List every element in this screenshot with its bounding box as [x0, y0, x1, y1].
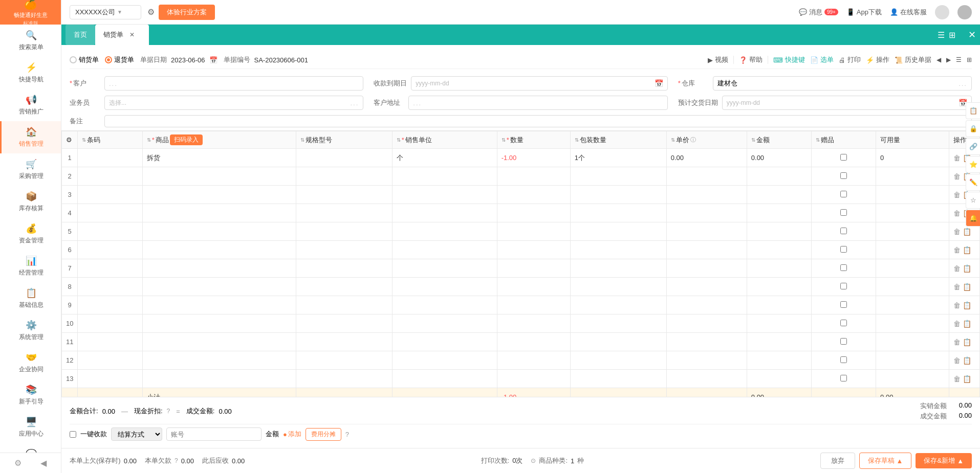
company-selector[interactable]: XXXXXX公司 ▼: [70, 5, 141, 19]
row-unit-price[interactable]: 0.00: [666, 149, 747, 167]
row-amount[interactable]: [747, 278, 811, 296]
template-btn[interactable]: 📄 选单: [810, 55, 834, 64]
row-amount[interactable]: 0.00: [747, 149, 811, 167]
row-pkg-qty[interactable]: [570, 296, 666, 314]
expected-delivery-input[interactable]: yyyy-mm-dd 📅: [722, 96, 972, 110]
save-new-btn[interactable]: 保存&新增 ▲: [916, 453, 972, 468]
row-product[interactable]: [142, 259, 296, 278]
gift-checkbox[interactable]: [840, 172, 847, 179]
row-spec[interactable]: [296, 167, 392, 186]
row-product[interactable]: [142, 314, 296, 333]
row-unit[interactable]: [392, 204, 497, 222]
copy-icon[interactable]: 📋: [963, 338, 971, 346]
row-pkg-qty[interactable]: 1个: [570, 149, 666, 167]
row-barcode[interactable]: [78, 314, 142, 333]
row-pkg-qty[interactable]: [570, 333, 666, 351]
pkg-sort[interactable]: ⇅: [575, 137, 579, 143]
sidebar-item-marketing[interactable]: 📢 营销推广: [0, 89, 61, 121]
radio-sales[interactable]: 销货单: [70, 55, 99, 64]
row-spec[interactable]: [296, 296, 392, 314]
row-barcode[interactable]: [78, 296, 142, 314]
gift-checkbox[interactable]: [840, 320, 847, 326]
row-unit[interactable]: 个: [392, 149, 497, 167]
history-btn[interactable]: 📜 历史单据: [895, 55, 931, 64]
row-spec[interactable]: [296, 222, 392, 241]
message-btn[interactable]: 💬 消息 99+: [799, 8, 838, 17]
ops-btn[interactable]: ⚡ 操作: [866, 55, 889, 64]
row-product[interactable]: [142, 167, 296, 186]
row-barcode[interactable]: [78, 241, 142, 259]
row-amount[interactable]: [747, 296, 811, 314]
row-gift[interactable]: [811, 296, 876, 314]
delete-icon[interactable]: 🗑: [953, 172, 961, 181]
row-unit-price[interactable]: [666, 241, 747, 259]
delete-icon[interactable]: 🗑: [953, 191, 961, 199]
qty-sort[interactable]: ⇅: [502, 137, 506, 143]
copy-icon[interactable]: 📋: [963, 228, 971, 236]
warehouse-input[interactable]: 建材仓 ...: [713, 76, 972, 91]
sidebar-collapse-btn[interactable]: ◀: [40, 458, 47, 468]
amount-sort[interactable]: ⇅: [751, 137, 755, 143]
nav-next-btn[interactable]: ▶: [946, 56, 951, 63]
trial-btn[interactable]: 体验行业方案: [159, 5, 215, 20]
gift-checkbox[interactable]: [840, 283, 847, 289]
row-qty[interactable]: -1.00: [497, 149, 570, 167]
sidebar-item-purchase[interactable]: 🛒 采购管理: [0, 153, 61, 186]
copy-icon[interactable]: 📋: [963, 301, 971, 309]
row-barcode[interactable]: [78, 351, 142, 370]
tab-close-icon[interactable]: ✕: [129, 31, 135, 38]
row-qty[interactable]: [497, 314, 570, 333]
row-unit-price[interactable]: [666, 351, 747, 370]
row-qty[interactable]: [497, 333, 570, 351]
payment-help-icon[interactable]: ?: [345, 431, 349, 438]
row-unit[interactable]: [392, 186, 497, 204]
expense-btn[interactable]: 费用分摊: [306, 428, 341, 441]
row-product[interactable]: [142, 296, 296, 314]
row-product[interactable]: [142, 351, 296, 370]
row-product[interactable]: 拆货: [142, 149, 296, 167]
gift-checkbox[interactable]: [840, 228, 847, 234]
row-product[interactable]: [142, 241, 296, 259]
delete-icon[interactable]: 🗑: [953, 320, 961, 328]
row-pkg-qty[interactable]: [570, 351, 666, 370]
delete-icon[interactable]: 🗑: [953, 209, 961, 217]
row-qty[interactable]: [497, 186, 570, 204]
row-barcode[interactable]: [78, 204, 142, 222]
shortcut-btn[interactable]: ⌨ 快捷键: [773, 55, 805, 64]
col-config[interactable]: ⚙: [62, 131, 78, 149]
gift-checkbox[interactable]: [840, 301, 847, 308]
row-gift[interactable]: [811, 149, 876, 167]
row-barcode[interactable]: [78, 222, 142, 241]
gift-checkbox[interactable]: [840, 191, 847, 197]
view1-btn[interactable]: ☰: [956, 56, 962, 63]
row-barcode[interactable]: [78, 333, 142, 351]
row-pkg-qty[interactable]: [570, 204, 666, 222]
due-date-input[interactable]: yyyy-mm-dd 📅: [411, 76, 667, 91]
row-product[interactable]: [142, 186, 296, 204]
sidebar-item-search[interactable]: 🔍 搜索菜单: [0, 25, 61, 57]
row-gift[interactable]: [811, 241, 876, 259]
delete-icon[interactable]: 🗑: [953, 356, 961, 365]
right-btn-4[interactable]: ⭐: [966, 156, 980, 173]
print-btn[interactable]: 🖨 打印: [839, 55, 861, 64]
gift-sort[interactable]: ⇅: [816, 137, 820, 143]
delete-icon[interactable]: 🗑: [953, 301, 961, 309]
settlement-select[interactable]: 结算方式: [111, 427, 162, 441]
view-grid-btn[interactable]: ⊞: [949, 30, 955, 40]
customer-input[interactable]: ...: [104, 76, 363, 91]
row-spec[interactable]: [296, 314, 392, 333]
row-qty[interactable]: [497, 370, 570, 388]
row-unit-price[interactable]: [666, 204, 747, 222]
row-pkg-qty[interactable]: [570, 278, 666, 296]
date-picker-icon[interactable]: 📅: [209, 56, 217, 64]
row-amount[interactable]: [747, 222, 811, 241]
spec-sort[interactable]: ⇅: [300, 137, 304, 143]
row-gift[interactable]: [811, 204, 876, 222]
delete-icon[interactable]: 🗑: [953, 283, 961, 291]
cash-discount-help[interactable]: ?: [167, 408, 170, 415]
video-btn[interactable]: ▶ 视频: [708, 55, 728, 64]
row-spec[interactable]: [296, 278, 392, 296]
row-spec[interactable]: [296, 333, 392, 351]
price-info-icon[interactable]: ⓘ: [690, 136, 696, 144]
row-unit[interactable]: [392, 351, 497, 370]
